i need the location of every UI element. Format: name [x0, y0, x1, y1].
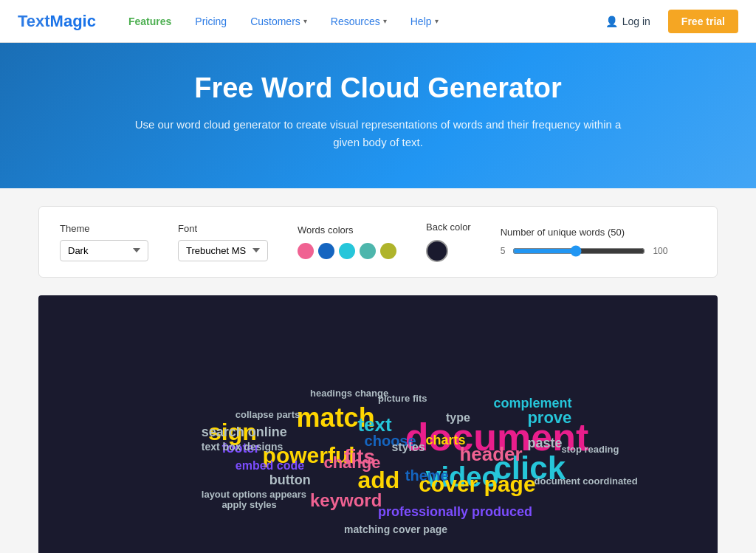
back-color-control: Back color — [426, 221, 471, 262]
wordcloud-word: styles — [391, 442, 425, 453]
words-count-slider[interactable] — [512, 245, 645, 257]
color-dot-pink[interactable] — [298, 243, 314, 259]
words-count-label: Number of unique words (50) — [501, 227, 668, 238]
wordcloud-word: picture fits — [378, 394, 427, 403]
font-control: Font Trebuchet MS Arial Georgia Verdana — [178, 223, 268, 261]
wordcloud-word: theme — [405, 468, 449, 483]
wordcloud-word: prove — [527, 410, 571, 426]
theme-control: Theme Dark Light Colorful — [60, 223, 148, 261]
wordcloud-word: text box designs — [202, 442, 283, 452]
wordcloud-word: change — [323, 455, 380, 471]
logo-text-brand: Magic — [50, 12, 96, 30]
hero-section: Free Word Cloud Generator Use our word c… — [0, 43, 756, 188]
free-trial-button[interactable]: Free trial — [668, 10, 738, 33]
nav-item-pricing[interactable]: Pricing — [186, 10, 236, 33]
nav-item-resources-label: Resources — [331, 16, 380, 27]
wordcloud-word: document coordinated — [535, 476, 638, 486]
color-dot-olive[interactable] — [380, 243, 396, 259]
wordcloud-word: stop reading — [561, 444, 619, 454]
words-count-control: Number of unique words (50) 5 100 — [501, 227, 668, 257]
logo-text: TextMagic — [18, 12, 96, 31]
words-colors-label: Words colors — [298, 224, 396, 236]
logo[interactable]: TextMagic — [18, 12, 96, 31]
logo-text-magic: Text — [18, 12, 50, 30]
back-color-label: Back color — [426, 221, 471, 233]
user-icon: 👤 — [605, 16, 618, 27]
font-select[interactable]: Trebuchet MS Arial Georgia Verdana — [178, 240, 268, 261]
hero-title: Free Word Cloud Generator — [15, 72, 741, 104]
wordcloud-word: charts — [425, 433, 465, 447]
slider-max-value: 100 — [653, 246, 667, 256]
controls-panel: Theme Dark Light Colorful Font Trebuchet… — [38, 206, 718, 278]
back-color-swatch[interactable] — [426, 240, 448, 262]
hero-subtitle: Use our word cloud generator to create v… — [127, 116, 629, 151]
nav-links: Features Pricing Customers ▾ Resources ▾… — [120, 10, 597, 33]
wordcloud-word: matching cover page — [344, 524, 447, 535]
wordcloud-word: header — [459, 444, 522, 464]
slider-min-value: 5 — [501, 246, 506, 256]
nav-item-help[interactable]: Help ▾ — [402, 10, 447, 33]
wordcloud-word: embed code — [236, 460, 304, 472]
wordcloud-word: paste — [527, 436, 562, 450]
theme-label: Theme — [60, 223, 148, 234]
navbar: TextMagic Features Pricing Customers ▾ R… — [0, 0, 756, 43]
slider-row: 5 100 — [501, 245, 668, 257]
login-label: Log in — [622, 16, 650, 27]
wordcloud-word: headings change — [310, 388, 388, 398]
nav-right: 👤 Log in Free trial — [597, 10, 738, 33]
words-colors-control: Words colors — [298, 224, 396, 259]
wordcloud-word: button — [269, 473, 311, 487]
wordcloud-word: text — [357, 415, 391, 434]
wordcloud-word: type — [446, 412, 470, 424]
color-dot-cyan[interactable] — [339, 243, 355, 259]
nav-item-resources[interactable]: Resources ▾ — [322, 10, 396, 33]
font-label: Font — [178, 223, 268, 234]
wordcloud-word: keyword — [310, 492, 382, 509]
wordcloud-word: apply styles — [221, 500, 276, 509]
color-dots — [298, 243, 396, 259]
nav-item-customers[interactable]: Customers ▾ — [241, 10, 316, 33]
chevron-down-icon: ▾ — [303, 17, 307, 25]
wordcloud-word: collapse parts — [236, 410, 300, 419]
wordcloud-word: search online — [202, 425, 287, 439]
theme-select[interactable]: Dark Light Colorful — [60, 240, 148, 261]
chevron-down-icon: ▾ — [435, 17, 439, 25]
wordcloud-word: professionally produced — [378, 505, 532, 518]
login-button[interactable]: 👤 Log in — [597, 11, 659, 32]
chevron-down-icon: ▾ — [383, 17, 387, 25]
nav-item-features[interactable]: Features — [120, 10, 180, 33]
nav-item-help-label: Help — [410, 16, 432, 27]
color-dot-teal[interactable] — [360, 243, 376, 259]
nav-item-customers-label: Customers — [250, 16, 300, 27]
wordcloud-container: documentclickvideopowerfulsignmatchtexth… — [38, 295, 718, 553]
wordcloud-word: layout options appears — [202, 490, 306, 499]
color-dot-blue[interactable] — [318, 243, 334, 259]
